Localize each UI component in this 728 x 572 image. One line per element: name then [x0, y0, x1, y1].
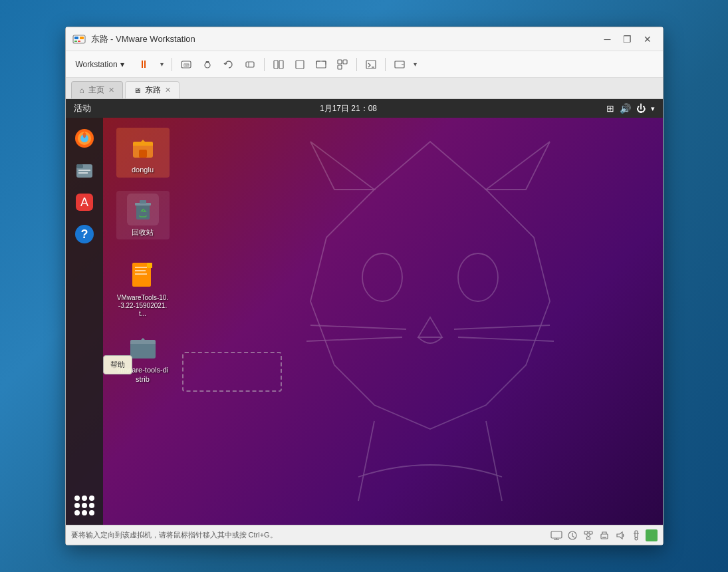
svg-marker-20 [310, 142, 374, 190]
tab-bar: ⌂ 主页 ✕ 🖥 东路 ✕ [66, 78, 663, 99]
separator-2 [264, 58, 265, 71]
status-vm-icon[interactable] [550, 529, 563, 542]
svg-rect-3 [74, 41, 77, 42]
svg-marker-24 [418, 317, 442, 337]
svg-text:A: A [80, 196, 88, 209]
svg-rect-63 [602, 537, 606, 538]
send-ctrl-alt-del[interactable]: ⌨ [176, 55, 196, 74]
svg-point-23 [458, 253, 498, 301]
dock-show-apps[interactable] [70, 492, 98, 519]
dock-appstore[interactable]: A [70, 188, 98, 216]
svg-line-30 [486, 421, 502, 501]
minimize-button[interactable]: ─ [599, 31, 616, 48]
single-view[interactable] [290, 55, 310, 74]
status-text: 要将输入定向到该虚拟机，请将鼠标指针移入其中或按 Ctrl+G。 [71, 530, 550, 540]
svg-text:⌨: ⌨ [183, 63, 189, 67]
svg-rect-36 [78, 170, 90, 171]
svg-marker-64 [617, 532, 622, 539]
home-icon: ⌂ [80, 86, 84, 95]
svg-rect-43 [139, 150, 147, 158]
tab-donglu-close[interactable]: ✕ [165, 86, 171, 94]
vm-icon: 🖥 [134, 86, 141, 94]
status-sound-icon[interactable] [614, 529, 627, 542]
tab-donglu[interactable]: 🖥 东路 ✕ [125, 81, 180, 98]
dock-files[interactable] [70, 156, 98, 184]
home-folder-img [127, 131, 159, 163]
restore-button[interactable]: ❐ [619, 31, 636, 48]
dock-firefox[interactable] [70, 124, 98, 152]
cat-illustration [197, 118, 663, 517]
activities-label[interactable]: 活动 [74, 102, 91, 114]
vmtools-popup: 帮助 [103, 355, 132, 374]
svg-rect-48 [135, 267, 148, 268]
svg-rect-2 [80, 37, 84, 39]
home-folder-label: donglu [132, 166, 154, 174]
svg-rect-0 [73, 35, 85, 43]
revert-snapshot[interactable] [219, 55, 239, 74]
toolbar: Workstation ▾ ⏸ ▾ ⌨ [66, 51, 663, 78]
svg-rect-58 [589, 531, 592, 534]
svg-point-66 [635, 537, 638, 540]
svg-rect-14 [343, 60, 347, 64]
tab-home[interactable]: ⌂ 主页 ✕ [71, 81, 123, 98]
svg-rect-1 [74, 37, 78, 39]
svg-line-27 [454, 325, 550, 329]
status-network-icon[interactable] [582, 529, 595, 542]
view-options[interactable] [390, 55, 410, 74]
svg-line-25 [310, 325, 406, 329]
ubuntu-dock: A ? [66, 118, 103, 525]
tab-home-close[interactable]: ✕ [108, 86, 114, 94]
dock-help[interactable]: ? [70, 220, 98, 248]
snapshot-button[interactable] [197, 55, 217, 74]
trash-img [127, 194, 159, 225]
view-dropdown[interactable]: ▾ [411, 55, 420, 74]
console-view[interactable] [361, 55, 381, 74]
topbar-time: 1月17日 21：08 [320, 103, 377, 114]
separator-3 [356, 58, 357, 71]
svg-point-22 [362, 253, 402, 301]
title-bar: 东路 - VMware Workstation ─ ❐ ✕ [66, 27, 663, 51]
pause-dropdown[interactable]: ▾ [157, 55, 168, 74]
svg-rect-53 [551, 531, 562, 538]
unity-mode[interactable] [332, 55, 352, 74]
svg-rect-15 [338, 65, 342, 69]
suspend-button[interactable] [240, 55, 260, 74]
svg-line-29 [358, 421, 374, 501]
svg-rect-8 [246, 62, 254, 67]
split-view[interactable] [269, 55, 289, 74]
svg-line-60 [586, 534, 588, 537]
close-button[interactable]: ✕ [639, 31, 656, 48]
topbar-dropdown[interactable]: ▾ [651, 104, 655, 113]
status-connected-icon [646, 529, 658, 541]
svg-rect-49 [135, 270, 146, 271]
pause-button[interactable]: ⏸ [132, 55, 156, 74]
trash-label: 回收站 [132, 228, 154, 237]
svg-rect-37 [78, 172, 88, 174]
separator-4 [385, 58, 386, 71]
ubuntu-desktop[interactable]: 活动 1月17日 21：08 ⊞ 🔊 ⏻ ▾ [66, 99, 663, 525]
svg-rect-50 [135, 273, 147, 275]
power-icon: ⏻ [636, 103, 646, 114]
full-screen[interactable] [311, 55, 331, 74]
popup-label: 帮助 [110, 360, 125, 368]
vmware-window: 东路 - VMware Workstation ─ ❐ ✕ Workstatio… [65, 27, 664, 545]
window-controls: ─ ❐ ✕ [599, 31, 656, 48]
vmtools-file-label: VMwareTools-10.-3.22-15902021.t... [116, 294, 170, 318]
status-print-icon[interactable] [598, 529, 611, 542]
separator-1 [172, 58, 172, 71]
svg-point-7 [205, 63, 210, 68]
status-usb-icon[interactable] [630, 529, 643, 542]
svg-line-61 [588, 534, 591, 537]
svg-line-28 [458, 337, 554, 341]
window-title: 东路 - VMware Workstation [91, 33, 599, 45]
tab-donglu-label: 东路 [145, 84, 161, 96]
desktop-icon-vmtools[interactable]: VMwareTools-10.-3.22-15902021.t... [116, 259, 170, 318]
desktop-icon-trash[interactable]: 回收站 [116, 191, 170, 239]
svg-rect-4 [78, 41, 80, 42]
grid-dots-icon [74, 496, 94, 515]
workstation-menu[interactable]: Workstation ▾ [70, 55, 130, 74]
svg-rect-12 [316, 61, 326, 68]
status-update-icon[interactable] [566, 529, 579, 542]
desktop-icon-home[interactable]: donglu [116, 128, 170, 178]
topbar-right: ⊞ 🔊 ⏻ ▾ [606, 103, 655, 114]
